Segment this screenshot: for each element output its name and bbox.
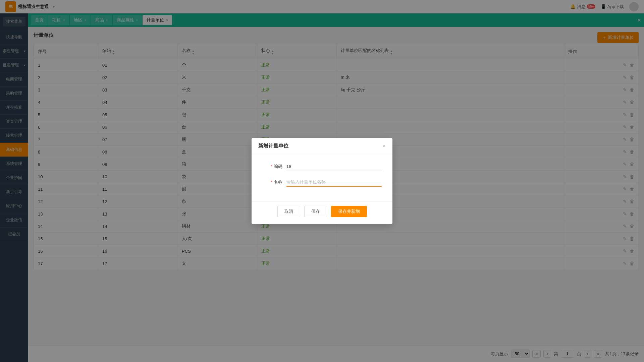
save-and-new-button[interactable]: 保存并新增 — [331, 206, 367, 217]
code-label: 编码 — [262, 164, 282, 170]
save-button[interactable]: 保存 — [304, 206, 327, 217]
modal-overlay: 新增计量单位 × 编码 名称 取消 保存 保存并新增 — [0, 0, 644, 362]
name-form-row: 名称 — [262, 178, 382, 187]
code-input[interactable] — [286, 162, 382, 171]
modal-title: 新增计量单位 — [258, 143, 288, 149]
modal-header: 新增计量单位 × — [252, 138, 392, 154]
modal-footer: 取消 保存 保存并新增 — [252, 201, 392, 224]
name-input[interactable] — [286, 178, 382, 187]
name-label: 名称 — [262, 179, 282, 185]
add-unit-modal: 新增计量单位 × 编码 名称 取消 保存 保存并新增 — [252, 138, 392, 224]
modal-body: 编码 名称 — [252, 154, 392, 201]
code-form-row: 编码 — [262, 162, 382, 171]
modal-close-button[interactable]: × — [383, 143, 386, 149]
cancel-button[interactable]: 取消 — [277, 206, 300, 217]
